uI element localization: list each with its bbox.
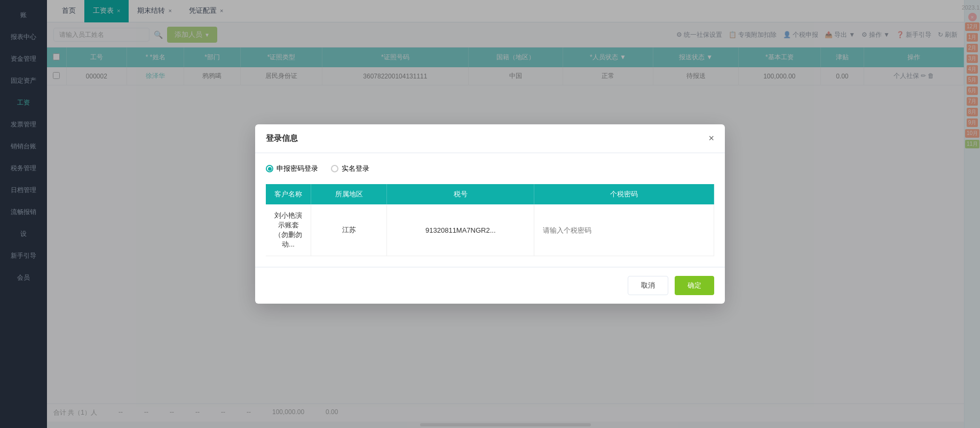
confirm-button[interactable]: 确定 <box>675 276 714 295</box>
modal-footer: 取消 确定 <box>255 267 725 304</box>
modal-cell-password <box>534 204 714 256</box>
modal-cell-region: 江苏 <box>311 204 387 256</box>
modal-col-taxno: 税号 <box>387 184 534 204</box>
modal-col-region: 所属地区 <box>311 184 387 204</box>
cancel-button[interactable]: 取消 <box>628 276 668 295</box>
radio-realname-login[interactable]: 实名登录 <box>331 164 369 173</box>
modal-header: 登录信息 × <box>255 124 725 153</box>
modal-client-table: 客户名称 所属地区 税号 个税密码 刘小艳演示账套（勿删勿动... 江苏 913… <box>266 184 714 256</box>
radio-password-dot <box>266 165 273 172</box>
modal-col-name: 客户名称 <box>266 184 311 204</box>
modal-close-button[interactable]: × <box>708 133 714 144</box>
login-info-modal: 登录信息 × 申报密码登录 实名登录 客户名称 所属地区 <box>255 124 725 304</box>
individual-tax-password-input[interactable] <box>543 226 705 234</box>
radio-realname-dot <box>331 165 338 172</box>
modal-cell-name: 刘小艳演示账套（勿删勿动... <box>266 204 311 256</box>
radio-password-login[interactable]: 申报密码登录 <box>266 164 318 173</box>
modal-col-password: 个税密码 <box>534 184 714 204</box>
modal-overlay: 登录信息 × 申报密码登录 实名登录 客户名称 所属地区 <box>0 0 980 428</box>
modal-cell-taxno: 91320811MA7NGR2... <box>387 204 534 256</box>
modal-body: 申报密码登录 实名登录 客户名称 所属地区 税号 个税密码 <box>255 153 725 267</box>
modal-table-row: 刘小艳演示账套（勿删勿动... 江苏 91320811MA7NGR2... <box>266 204 714 256</box>
login-type-radio-group: 申报密码登录 实名登录 <box>266 164 714 173</box>
modal-title: 登录信息 <box>266 133 298 144</box>
